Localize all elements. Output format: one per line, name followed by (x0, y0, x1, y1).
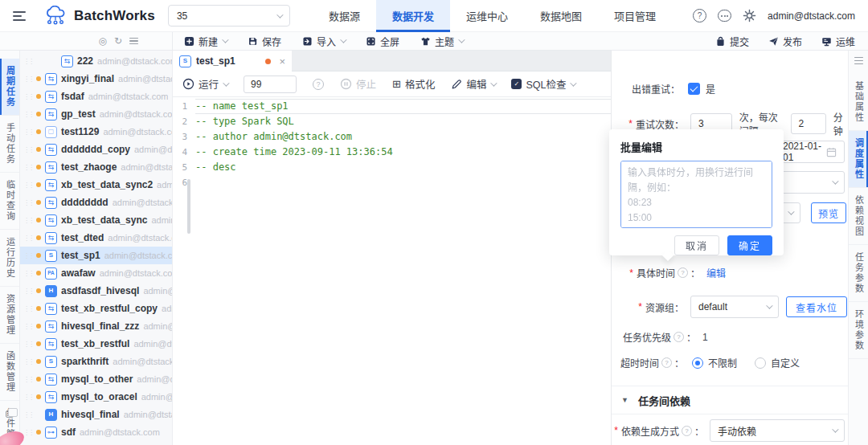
drag-handle-icon[interactable]: ⋮⋮ (23, 235, 33, 242)
drag-handle-icon[interactable]: ⋮⋮ (23, 341, 33, 348)
tree-item[interactable]: ⋮⋮ ▢ test1129 admin@dtstack.com (20, 123, 172, 141)
drag-handle-icon[interactable]: ⋮⋮ (23, 182, 33, 189)
locate-icon[interactable]: ◎ (98, 36, 106, 46)
tree-item[interactable]: ⋮⋮ ⇆ hivesql_final_zzz admin@dtstack.com (20, 317, 172, 335)
cancel-button[interactable]: 取消 (674, 235, 719, 255)
tree-item[interactable]: ⋮⋮ ⇆ fsdaf admin@dtstack.com (20, 88, 172, 105)
batch-edit-textarea[interactable] (620, 161, 772, 228)
drag-handle-icon[interactable]: ⋮⋮ (23, 217, 33, 224)
collapse-panel-icon[interactable] (6, 410, 14, 418)
resource-select[interactable]: default (690, 296, 779, 318)
right-tab[interactable]: 环境参数 (849, 302, 868, 359)
left-tab[interactable]: 函数管理 (0, 344, 19, 401)
retry-interval-input[interactable]: 2 (791, 113, 826, 134)
drag-handle-icon[interactable]: ⋮⋮ (23, 394, 33, 401)
nav-tab[interactable]: 数据开发 (376, 0, 450, 32)
toolbar-button[interactable]: 全屏 (366, 35, 399, 48)
tree-item[interactable]: ⋮⋮ ⇆ test_zhaoge admin@dtstack.com (20, 158, 172, 176)
left-tab[interactable]: 资源管理 (0, 287, 19, 344)
tree-item[interactable]: ⋮⋮ ⇆ mysql_to_other admin@dtstack.com (20, 370, 172, 388)
right-tab[interactable]: 基础属性 (849, 74, 868, 131)
drag-handle-icon[interactable]: ⋮⋮ (23, 270, 33, 277)
run-button[interactable]: 运行 (182, 76, 227, 92)
timeout-unlimited-radio[interactable] (692, 357, 703, 369)
help-circle-icon[interactable]: ? (313, 79, 324, 90)
tree-item[interactable]: ⋮⋮ ⇆ 222 admin@dtstack.com (20, 52, 172, 70)
menu-collapse-icon[interactable] (13, 11, 26, 21)
dependency-section-header[interactable]: ▼ 任务间依赖 (612, 391, 849, 409)
list-view-icon[interactable] (129, 38, 138, 45)
stop-button[interactable]: 停止 (340, 76, 376, 92)
drag-handle-icon[interactable]: ⋮⋮ (23, 305, 33, 312)
drag-handle-icon[interactable]: ⋮⋮ (23, 376, 33, 383)
close-tab-icon[interactable]: × (279, 56, 285, 67)
right-tab[interactable]: 依赖视图 (849, 188, 868, 245)
editor-tab[interactable]: S test_sp1 × (173, 51, 292, 71)
tree-item[interactable]: ⋮⋮ ⇆ gp_test admin@dtstack.com (20, 105, 172, 123)
confirm-button[interactable]: 确定 (727, 235, 772, 255)
drag-handle-icon[interactable]: ⋮⋮ (23, 164, 33, 171)
tree-item[interactable]: ⋮⋮ ⇆ test_xb_restful_copy admin@dtstack.… (20, 300, 172, 317)
tree-item[interactable]: ⋮⋮ ⇆ xb_test_data_sync admin@dtstack.com (20, 211, 172, 229)
preview-button[interactable]: 预览 (811, 202, 846, 223)
panel-list-icon[interactable] (854, 57, 863, 64)
toolbar-button[interactable]: 发布 (768, 35, 802, 48)
tree-item[interactable]: ⋮⋮ ⇆ dddddddd admin@dtstack.com (20, 194, 172, 211)
edit-button[interactable]: 编辑 (451, 76, 495, 92)
drag-handle-icon[interactable]: ⋮⋮ (23, 146, 33, 153)
tree-item[interactable]: ⋮⋮ ⇆ test_dted admin@dtstack.com (20, 229, 172, 247)
tree-item[interactable]: ⋮⋮ ⇆ test_xb_restful admin@dtstack.com (20, 335, 172, 353)
drag-handle-icon[interactable]: ⋮⋮ (23, 111, 33, 118)
collapse-caret-icon[interactable]: ▼ (621, 396, 628, 404)
tree-item[interactable]: ⋮⋮ S test_sp1 admin@dtstack.com (20, 247, 172, 264)
toolbar-button[interactable]: 新建 (184, 35, 227, 48)
drag-handle-icon[interactable]: ⋮⋮ (23, 358, 33, 365)
drag-handle-icon[interactable]: ⋮⋮ (23, 411, 33, 418)
drag-handle-icon[interactable]: ⋮⋮ (23, 288, 33, 295)
toolbar-button[interactable]: 导入 (302, 35, 345, 48)
drag-handle-icon[interactable]: ⋮⋮ (23, 58, 33, 65)
sql-editor[interactable]: 1 -- name test_sp1 2 -- type Spark SQL 3… (173, 97, 611, 190)
tree-item[interactable]: ⋮⋮ ⇆ ddddddd_copy admin@dtstack.com (20, 141, 172, 158)
view-watermark-button[interactable]: 查看水位 (786, 296, 847, 317)
format-button[interactable]: ⊞ 格式化 (392, 76, 435, 92)
drag-handle-icon[interactable]: ⋮⋮ (23, 93, 33, 100)
toolbar-button[interactable]: 运维 (821, 35, 855, 48)
drag-handle-icon[interactable]: ⋮⋮ (23, 252, 33, 259)
toolbar-button[interactable]: 提交 (715, 35, 749, 48)
workspace-select[interactable]: 35 (168, 5, 290, 27)
edit-time-link[interactable]: 编辑 (706, 266, 726, 280)
timeout-custom-radio[interactable] (755, 357, 766, 369)
feedback-icon[interactable] (718, 10, 731, 22)
nav-tab[interactable]: 数据地图 (524, 0, 598, 32)
tree-item[interactable]: ⋮⋮ ⇆ xingyi_final admin@dtstack.com (20, 70, 172, 88)
help-icon[interactable]: ? (693, 9, 706, 22)
tree-item[interactable]: ⋮⋮ ⇆ mysql_to_oracel admin@dtstack.com (20, 388, 172, 406)
tree-item[interactable]: ⋮⋮ S sparkthrift admin@dtstack.com (20, 353, 172, 370)
nav-tab[interactable]: 运维中心 (450, 0, 524, 32)
tree-item[interactable]: ⋮⋮ ⊶ sdf admin@dtstack.com (20, 423, 172, 441)
drag-handle-icon[interactable]: ⋮⋮ (23, 199, 33, 206)
tree-item[interactable]: ⋮⋮ H asdfasdf_hivesql admin@dtstack.com (20, 282, 172, 300)
nav-tab[interactable]: 数据源 (313, 0, 376, 32)
left-tab[interactable]: 手动任务 (0, 116, 19, 173)
toolbar-button[interactable]: 主题 (420, 35, 463, 48)
nav-tab[interactable]: 项目管理 (598, 0, 672, 32)
right-tab[interactable]: 调度属性 (849, 131, 868, 188)
user-account[interactable]: admin@dtstack.com (768, 10, 855, 22)
sql-check-button[interactable]: ✓ SQL检查 (511, 76, 575, 92)
tree-item[interactable]: ⋮⋮ H hivesql_final admin@dtstack.com (20, 406, 172, 423)
drag-handle-icon[interactable]: ⋮⋮ (23, 323, 33, 330)
left-tab[interactable]: 周期任务 (0, 59, 19, 116)
tree-item[interactable]: ⋮⋮ PA awafaw admin@dtstack.com (20, 264, 172, 282)
tree-scrollbar[interactable] (187, 179, 190, 234)
settings-gear-icon[interactable] (743, 9, 756, 22)
run-limit-input[interactable] (244, 76, 297, 93)
left-tab[interactable]: 运行历史 (0, 230, 19, 287)
tree-item[interactable]: ⋮⋮ ⇆ xb_test_data_sync2 admin@dtstack.co… (20, 176, 172, 194)
drag-handle-icon[interactable]: ⋮⋮ (23, 76, 33, 83)
drag-handle-icon[interactable]: ⋮⋮ (23, 129, 33, 136)
drag-handle-icon[interactable]: ⋮⋮ (23, 429, 33, 436)
right-tab[interactable]: 任务参数 (849, 245, 868, 302)
refresh-icon[interactable]: ↻ (114, 36, 122, 46)
